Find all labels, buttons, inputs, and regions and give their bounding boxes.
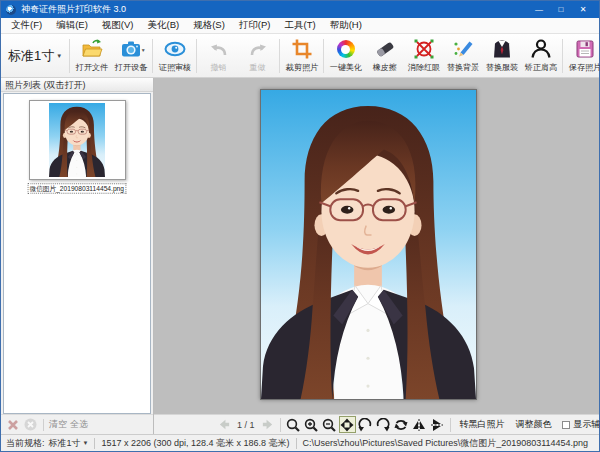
- id-photo-preview[interactable]: [260, 89, 477, 400]
- current-spec-value[interactable]: 标准1寸: [49, 437, 81, 450]
- beautify-button[interactable]: 一键美化: [326, 38, 365, 74]
- toolbar-separator: [152, 39, 153, 73]
- separator: [450, 418, 451, 432]
- rotate-left-icon[interactable]: [357, 416, 374, 433]
- menu-print[interactable]: 打印(P): [232, 18, 278, 33]
- clear-list-button[interactable]: 清空: [49, 418, 67, 431]
- photo-canvas[interactable]: [154, 78, 599, 414]
- zoom-in-icon[interactable]: [303, 416, 320, 433]
- photo-list-header: 照片列表 (双击打开): [1, 78, 153, 92]
- menu-help[interactable]: 帮助(H): [323, 18, 369, 33]
- redo-label: 重做: [250, 62, 266, 73]
- beautify-rainbow-icon: [337, 38, 355, 61]
- toolbar-separator: [279, 39, 280, 73]
- app-icon: [6, 5, 16, 15]
- window-title: 神奇证件照片打印软件 3.0: [21, 3, 126, 16]
- replace-background-button[interactable]: 替换背景: [443, 38, 482, 74]
- chevron-down-icon: ▼: [83, 440, 89, 446]
- redo-button: 重做: [238, 38, 277, 74]
- open-file-button[interactable]: 打开文件: [72, 38, 111, 74]
- folder-open-icon: [81, 38, 103, 61]
- photo-thumbnail: [49, 103, 105, 177]
- separator: [296, 438, 297, 449]
- crop-icon: [291, 38, 313, 61]
- delete-photo-icon: [5, 417, 20, 432]
- open-device-button[interactable]: ▼ 打开设备: [111, 38, 150, 74]
- eraser-button[interactable]: 橡皮擦: [365, 38, 404, 74]
- show-guides-checkbox[interactable]: [562, 421, 570, 429]
- save-photo-button[interactable]: 保存照片: [565, 38, 600, 74]
- toolbar-separator: [69, 39, 70, 73]
- zoom-out-icon[interactable]: [321, 416, 338, 433]
- open-file-label: 打开文件: [76, 62, 108, 73]
- toolbar-separator: [196, 39, 197, 73]
- replace-clothes-icon: [491, 38, 513, 61]
- photo-list-actions: 清空 全选: [1, 414, 153, 434]
- minimize-icon[interactable]: —: [528, 1, 550, 18]
- crop-photo-label: 裁剪照片: [286, 62, 318, 73]
- select-all-button[interactable]: 全选: [70, 418, 88, 431]
- separator: [43, 419, 44, 431]
- shoulder-correct-label: 矫正肩高: [525, 62, 557, 73]
- adjust-color-button[interactable]: 调整颜色: [511, 418, 557, 431]
- undo-icon: [209, 38, 229, 61]
- separator: [94, 438, 95, 449]
- spec-preset-label: 标准1寸: [8, 47, 54, 65]
- undo-label: 撤销: [211, 62, 227, 73]
- rotate-right-icon[interactable]: [375, 416, 392, 433]
- chevron-down-icon: ▼: [141, 47, 146, 53]
- photo-review-label: 证照审核: [159, 62, 191, 73]
- right-pane: 1 / 1: [154, 78, 599, 434]
- menu-tools[interactable]: 工具(T): [278, 18, 323, 33]
- zoom-tool-icon[interactable]: [285, 416, 302, 433]
- save-floppy-icon: [574, 38, 596, 61]
- chevron-down-icon: ▼: [56, 53, 62, 59]
- page-indicator: 1 / 1: [234, 420, 258, 430]
- menu-beautify[interactable]: 美化(B): [140, 18, 186, 33]
- menu-view[interactable]: 视图(V): [95, 18, 141, 33]
- rotate-180-icon[interactable]: [393, 416, 410, 433]
- photo-list-panel: 照片列表 (双击打开) 微信图片_20190803114454.png 清空 全…: [1, 78, 154, 434]
- show-guides-label: 显示辅助线: [574, 418, 600, 431]
- maximize-icon[interactable]: □: [550, 1, 572, 18]
- file-path: C:\Users\zhou\Pictures\Saved Pictures\微信…: [303, 437, 589, 450]
- menu-file[interactable]: 文件(F): [4, 18, 49, 33]
- menu-spec[interactable]: 规格(S): [186, 18, 232, 33]
- photo-review-button[interactable]: 证照审核: [155, 38, 194, 74]
- photo-filename: 微信图片_20190803114454.png: [28, 183, 126, 193]
- app-window: 神奇证件照片打印软件 3.0 — □ ✕ 文件(F) 编辑(E) 视图(V) 美…: [0, 0, 600, 452]
- save-photo-label: 保存照片: [569, 62, 600, 73]
- next-photo-icon: [259, 416, 276, 433]
- image-dimensions: 1517 x 2206 (300 dpi, 128.4 毫米 x 186.8 毫…: [101, 437, 289, 450]
- replace-background-icon: [452, 38, 474, 61]
- close-icon[interactable]: ✕: [572, 1, 594, 18]
- main-area: 照片列表 (双击打开) 微信图片_20190803114454.png 清空 全…: [1, 78, 599, 434]
- photo-list-item[interactable]: [29, 100, 126, 180]
- convert-bw-button[interactable]: 转黑白照片: [455, 418, 510, 431]
- toolbar-separator: [323, 39, 324, 73]
- menu-edit[interactable]: 编辑(E): [49, 18, 95, 33]
- eraser-label: 橡皮擦: [373, 62, 397, 73]
- remove-red-eye-button[interactable]: 消除红眼: [404, 38, 443, 74]
- spec-preset-dropdown[interactable]: 标准1寸▼: [4, 47, 67, 65]
- shoulder-correct-button[interactable]: 矫正肩高: [521, 38, 560, 74]
- open-device-label: 打开设备: [115, 62, 147, 73]
- undo-button: 撤销: [199, 38, 238, 74]
- replace-clothes-label: 替换服装: [486, 62, 518, 73]
- fit-to-screen-icon[interactable]: [339, 416, 356, 433]
- status-bar: 当前规格: 标准1寸 ▼ 1517 x 2206 (300 dpi, 128.4…: [1, 434, 599, 451]
- prev-photo-icon: [216, 416, 233, 433]
- photo-list[interactable]: 微信图片_20190803114454.png: [3, 93, 151, 414]
- crop-photo-button[interactable]: 裁剪照片: [282, 38, 321, 74]
- flip-horizontal-icon[interactable]: [411, 416, 428, 433]
- separator: [280, 418, 281, 432]
- eye-review-icon: [164, 38, 186, 61]
- red-eye-icon: [413, 38, 435, 61]
- shoulder-correct-icon: [530, 38, 552, 61]
- replace-clothes-button[interactable]: 替换服装: [482, 38, 521, 74]
- eraser-icon: [374, 38, 396, 61]
- remove-all-icon: [23, 417, 38, 432]
- beautify-label: 一键美化: [330, 62, 362, 73]
- flip-vertical-icon[interactable]: [429, 416, 446, 433]
- redo-icon: [248, 38, 268, 61]
